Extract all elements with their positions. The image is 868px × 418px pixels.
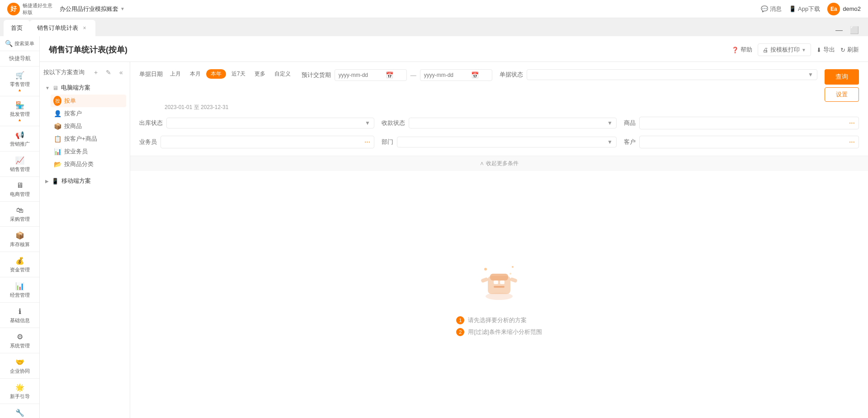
- scheme-by-customer-product[interactable]: 📋 按客户+商品: [51, 133, 126, 145]
- customer-input[interactable]: ···: [639, 136, 859, 148]
- action-buttons: 查询 设置: [825, 69, 859, 102]
- date-dash: —: [410, 72, 416, 79]
- pc-scheme-parent[interactable]: ▼ 🖥 电脑端方案: [43, 81, 126, 95]
- svg-rect-3: [494, 280, 498, 284]
- sidebar-item-marketing[interactable]: 📢 营销推广: [0, 126, 39, 151]
- sidebar-item-sales[interactable]: 📈 销售管理: [0, 152, 39, 176]
- svg-rect-6: [481, 277, 489, 283]
- calendar-end-icon[interactable]: 📅: [471, 71, 479, 79]
- app-download-button[interactable]: 📱 App下载: [789, 5, 820, 13]
- tab-close-button[interactable]: ×: [81, 24, 88, 32]
- salesman-dots-icon[interactable]: ···: [364, 138, 370, 146]
- svg-rect-7: [509, 277, 518, 283]
- sidebar-item-system[interactable]: ⚙ 系统管理: [0, 328, 39, 353]
- empty-step-2: 2 用[过滤]条件来缩小分析范围: [456, 328, 542, 336]
- content-wrapper: 按以下方案查询 + ✎ « ▼ 🖥 电脑端方案: [40, 62, 868, 418]
- product-input[interactable]: ···: [639, 117, 859, 129]
- date-btn-7days[interactable]: 近7天: [228, 69, 249, 79]
- payment-status-select[interactable]: ▼: [409, 118, 617, 128]
- shipment-status-select[interactable]: ▼: [166, 118, 374, 128]
- scheme-by-customer[interactable]: 👤 按客户: [51, 107, 126, 120]
- scheme-by-salesman[interactable]: 📊 按业务员: [51, 145, 126, 158]
- mobile-scheme-parent[interactable]: ▶ 📱 移动端方案: [43, 174, 126, 188]
- user-profile[interactable]: Ea demo2: [827, 3, 861, 15]
- user-name: demo2: [843, 5, 861, 12]
- sidebar-item-finance[interactable]: 💰 资金管理: [0, 252, 39, 277]
- salesman-input[interactable]: ···: [160, 136, 374, 148]
- company-select[interactable]: 办公用品行业模拟账套 ▼: [56, 3, 128, 15]
- sidebar-quicknav-button[interactable]: 快捷导航: [0, 51, 39, 66]
- collapse-panel-button[interactable]: «: [116, 67, 126, 77]
- help-button[interactable]: ❓ 帮助: [731, 46, 752, 54]
- scheme-by-product[interactable]: 📦 按商品: [51, 120, 126, 133]
- sidebar-item-operations[interactable]: 📊 经营管理: [0, 277, 39, 302]
- tab-home[interactable]: 首页: [4, 20, 30, 36]
- sidebar-item-ecommerce[interactable]: 🖥 电商管理: [0, 177, 39, 201]
- order-status-label: 单据状态: [500, 71, 523, 79]
- shipment-status-label: 出库状态: [139, 119, 163, 127]
- operations-icon: 📊: [15, 282, 24, 290]
- date-btn-more[interactable]: 更多: [251, 69, 269, 79]
- expected-date-start-input[interactable]: 📅: [335, 69, 407, 81]
- sidebar-item-retail[interactable]: 🛒 零售管理 ▲: [0, 66, 39, 96]
- empty-illustration: [472, 253, 526, 309]
- mobile-folder-icon: 📱: [52, 178, 59, 185]
- sidebar-search-button[interactable]: 🔍 搜索菜单: [0, 36, 39, 51]
- department-select[interactable]: ▼: [397, 137, 617, 147]
- expected-date-end-input[interactable]: 📅: [420, 69, 492, 81]
- query-button[interactable]: 查询: [825, 69, 859, 85]
- date-shortcuts: 上月 本月 本年 近7天 更多 自定义: [166, 69, 294, 79]
- sidebar-wholesale-item: 🏪 批发管理 ▲: [0, 96, 39, 126]
- calendar-start-icon[interactable]: 📅: [386, 71, 393, 79]
- sidebar-item-newbie[interactable]: 🌟 新手引导: [0, 379, 39, 404]
- sidebar-apps-item: 🔧 应用中心: [0, 404, 39, 418]
- export-button[interactable]: ⬇ 导出: [816, 46, 835, 54]
- customer-label: 客户: [624, 138, 636, 146]
- left-panel-icons: + ✎ «: [91, 67, 126, 77]
- sidebar-item-basic[interactable]: ℹ 基础信息: [0, 303, 39, 328]
- date-btn-this-month[interactable]: 本月: [186, 69, 204, 79]
- tree-arrow-icon: ▼: [45, 86, 50, 90]
- filter-row-2: 出库状态 ▼ 收款状态 ▼: [139, 117, 859, 129]
- collapse-filter-button[interactable]: ∧ 收起更多条件: [130, 156, 868, 171]
- message-button[interactable]: 💬 消息: [761, 5, 782, 13]
- customer-scheme-icon: 👤: [53, 109, 61, 118]
- sidebar-item-apps[interactable]: 🔧 应用中心: [0, 404, 39, 418]
- svg-point-8: [484, 268, 487, 271]
- edit-scheme-button[interactable]: ✎: [104, 67, 113, 77]
- minimize-button[interactable]: —: [834, 24, 844, 36]
- sidebar-item-inventory[interactable]: 📦 库存核算: [0, 227, 39, 252]
- settings-button[interactable]: 设置: [825, 87, 859, 102]
- sidebar-item-wholesale[interactable]: 🏪 批发管理 ▲: [0, 96, 39, 126]
- sidebar-item-purchase[interactable]: 🛍 采购管理: [0, 202, 39, 226]
- svg-rect-2: [490, 274, 508, 280]
- product-dots-icon[interactable]: ···: [849, 119, 855, 127]
- expected-date-end-field[interactable]: [424, 72, 469, 78]
- download-icon: 📱: [789, 5, 796, 12]
- refresh-button[interactable]: ↻ 刷新: [840, 46, 859, 54]
- empty-steps: 1 请先选择要分析的方案 2 用[过滤]条件来缩小分析范围: [456, 316, 542, 336]
- print-button[interactable]: 🖨 按模板打印 ▼: [758, 43, 811, 56]
- add-scheme-button[interactable]: +: [91, 67, 101, 77]
- maximize-button[interactable]: ⬜: [848, 24, 861, 36]
- newbie-icon: 🌟: [15, 383, 24, 392]
- date-btn-last-month[interactable]: 上月: [166, 69, 184, 79]
- salesman-scheme-icon: 📊: [53, 147, 61, 156]
- top-bar: 好 畅捷通好生意 标版 办公用品行业模拟账套 ▼ 💬 消息 📱 App下载 Ea…: [0, 0, 868, 18]
- tab-sales-stats[interactable]: 销售订单统计表 ×: [30, 20, 95, 36]
- date-btn-this-year[interactable]: 本年: [206, 69, 226, 79]
- customer-dots-icon[interactable]: ···: [849, 138, 855, 146]
- sidebar-search-group: 🔍 搜索菜单: [0, 36, 39, 51]
- pc-scheme-group: ▼ 🖥 电脑端方案 按 按单 👤 按客户: [43, 81, 126, 171]
- date-btn-custom[interactable]: 自定义: [271, 69, 294, 79]
- scheme-by-order[interactable]: 按 按单: [51, 95, 126, 107]
- finance-icon: 💰: [15, 256, 24, 265]
- product-label: 商品: [624, 119, 636, 127]
- expected-date-start-field[interactable]: [339, 72, 384, 78]
- expected-date-label: 预计交货期: [302, 71, 331, 79]
- shipment-status-field: 出库状态 ▼: [139, 118, 374, 128]
- order-status-select[interactable]: ▼: [527, 69, 817, 80]
- sidebar-item-enterprise[interactable]: 🤝 企业协同: [0, 353, 39, 378]
- scheme-by-category[interactable]: 📂 按商品分类: [51, 158, 126, 171]
- sidebar: 🔍 搜索菜单 快捷导航 🛒 零售管理 ▲ 🏪 批发管理 ▲: [0, 36, 40, 418]
